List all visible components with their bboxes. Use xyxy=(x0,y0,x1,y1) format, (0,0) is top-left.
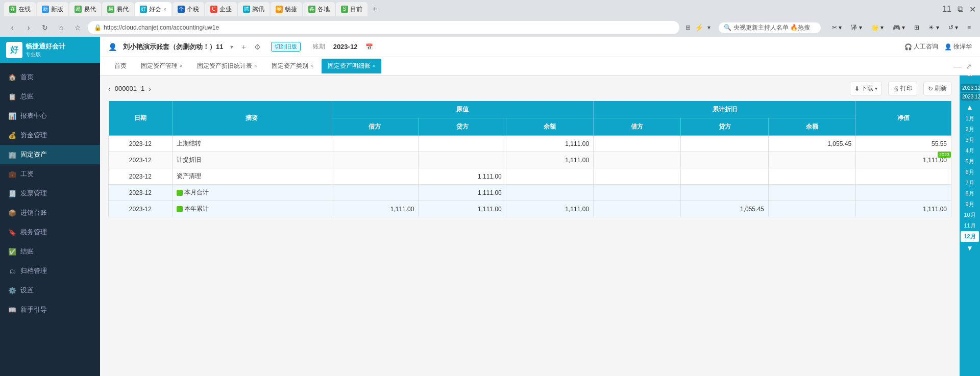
invoice-icon: 🧾 xyxy=(8,189,16,197)
cell-ov-debit xyxy=(331,168,419,185)
tab-fixed-asset-mgmt[interactable]: 固定资产管理 × xyxy=(135,59,189,73)
menu-btn[interactable]: ≡ xyxy=(964,23,974,32)
calendar-icon[interactable]: 📅 xyxy=(365,43,373,51)
period-month-10[interactable]: 10月 xyxy=(961,210,979,220)
scissors-btn[interactable]: ✂ ▾ xyxy=(829,23,845,32)
period-date-1[interactable]: 2023.12 xyxy=(961,84,979,92)
browser-tab-geshui[interactable]: 个 个税 xyxy=(173,2,204,16)
back-button[interactable]: ‹ xyxy=(6,21,18,34)
game-btn[interactable]: 🎮 ▾ xyxy=(890,23,908,32)
period-month-1[interactable]: 1月 xyxy=(961,113,979,124)
period-month-9[interactable]: 9月 xyxy=(961,199,979,210)
sidebar-item-funds[interactable]: 💰 资金管理 xyxy=(0,126,100,145)
cell-date: 2023-12 xyxy=(109,136,173,152)
sidebar-item-ledger[interactable]: 📋 总账 xyxy=(0,87,100,106)
sidebar-item-closing[interactable]: ✅ 结账 xyxy=(0,242,100,261)
bookmark-button[interactable]: ☆ xyxy=(71,21,84,34)
sidebar-item-guide[interactable]: 📖 新手引导 xyxy=(0,300,100,319)
tab-close-asset-category[interactable]: × xyxy=(310,63,313,69)
tab-home[interactable]: 首页 xyxy=(108,59,133,73)
sidebar-item-archive[interactable]: 🗂 归档管理 xyxy=(0,261,100,281)
browser-tab-yidai2[interactable]: 易 易代 xyxy=(102,2,134,16)
tab-add-button[interactable]: + xyxy=(369,5,381,14)
search-bar[interactable]: 🔍 央视更新主持人名单 🔥热搜 xyxy=(719,22,821,33)
switch-version-btn[interactable]: 切到旧版 xyxy=(271,42,301,52)
period-month-11[interactable]: 11月 xyxy=(961,220,979,231)
sidebar-item-settings[interactable]: ⚙️ 设置 xyxy=(0,281,100,300)
period-month-4[interactable]: 4月 xyxy=(961,145,979,156)
main-content: 👤 刘小艳演示账套（勿删勿动！）11 ▾ + ⚙ 切到旧版 账期 2023-12… xyxy=(100,37,980,376)
tab-close-fixed-asset-mgmt[interactable]: × xyxy=(180,63,183,69)
sidebar-item-reports[interactable]: 📊 报表中心 xyxy=(0,106,100,126)
sidebar-nav: 🏠 首页 📋 总账 📊 报表中心 💰 资金管理 🏢 固定资产 💼 工资 xyxy=(0,63,100,376)
tab-close-haohui[interactable]: × xyxy=(163,7,166,12)
sidebar-item-payroll[interactable]: 💼 工资 xyxy=(0,164,100,184)
top-bar: 👤 刘小艳演示账套（勿删勿动！）11 ▾ + ⚙ 切到旧版 账期 2023-12… xyxy=(100,37,980,57)
tab-close-asset-detail[interactable]: × xyxy=(373,63,376,69)
browser-tab-haohui[interactable]: 好 好会 × xyxy=(135,2,172,16)
sidebar-item-home[interactable]: 🏠 首页 xyxy=(0,67,100,87)
refresh-btn[interactable]: ↻ 刷新 xyxy=(923,82,951,95)
add-account-btn[interactable]: + xyxy=(241,43,246,51)
browser-restore[interactable]: ⧉ xyxy=(958,5,963,14)
sidebar-item-fixed-assets[interactable]: 🏢 固定资产 xyxy=(0,145,100,164)
tab-asset-category[interactable]: 固定资产类别 × xyxy=(265,59,320,73)
prev-page-btn[interactable]: ‹ xyxy=(108,85,111,93)
cell-net-value: 1,111.00 xyxy=(856,201,951,217)
brightness-btn[interactable]: ☀ ▾ xyxy=(925,23,942,32)
period-month-8[interactable]: 8月 xyxy=(961,188,979,199)
period-down-arrow[interactable]: ▼ xyxy=(964,242,975,254)
minimize-panel-btn[interactable]: — xyxy=(954,62,962,70)
history-btn[interactable]: ↺ ▾ xyxy=(945,23,961,32)
period-month-5[interactable]: 5月 xyxy=(961,156,979,167)
tab-icon-changjie: 畅 xyxy=(276,6,283,13)
browser-tab-muqian[interactable]: S 目前 xyxy=(336,2,368,16)
browser-tab-yidai1[interactable]: 易 易代 xyxy=(69,2,101,16)
browser-tab-gedi[interactable]: 各 各地 xyxy=(303,2,335,16)
translate-btn[interactable]: 译 ▾ xyxy=(848,22,865,33)
next-page-btn[interactable]: › xyxy=(149,85,151,93)
maximize-panel-btn[interactable]: ⤢ xyxy=(966,62,972,70)
cell-ad-debit xyxy=(594,136,681,152)
period-date-2[interactable]: 2023.12 xyxy=(961,93,979,101)
browser-close-btn[interactable]: ✕ xyxy=(969,5,976,14)
period-month-12[interactable]: 12月 xyxy=(961,231,979,242)
cell-summary: 本月合计 xyxy=(172,185,331,201)
address-bar-input[interactable]: 🔒 https://cloud.chanjet.com/accounting/u… xyxy=(88,21,679,34)
cell-ad-balance xyxy=(768,168,855,185)
browser-tab-qiye[interactable]: C 企业 xyxy=(205,2,237,16)
fixed-assets-icon: 🏢 xyxy=(8,151,16,159)
browser-tab-changjie[interactable]: 畅 畅捷 xyxy=(271,2,302,16)
period-up-arrow[interactable]: ▲ xyxy=(964,101,975,113)
period-month-7[interactable]: 7月 xyxy=(961,178,979,188)
browser-tab-zaix[interactable]: 在 在线 xyxy=(4,2,36,16)
settings-small-btn[interactable]: ⚙ xyxy=(254,43,261,51)
dropdown-icon[interactable]: ▾ xyxy=(707,24,710,31)
sidebar-item-invoice[interactable]: 🧾 发票管理 xyxy=(0,184,100,203)
sidebar-item-tax[interactable]: 🔖 税务管理 xyxy=(0,222,100,242)
period-month-6[interactable]: 6月 xyxy=(961,167,979,178)
browser-tab-tengxun[interactable]: 腾 腾讯 xyxy=(238,2,270,16)
summary-icon xyxy=(177,190,183,196)
ssl-icon: 🔒 xyxy=(94,24,102,31)
forward-button[interactable]: › xyxy=(22,21,35,34)
grid-btn[interactable]: ⊞ xyxy=(911,23,922,32)
browser-minimize[interactable]: 11 xyxy=(942,5,951,14)
period-month-2[interactable]: 2月 xyxy=(961,124,979,135)
guide-icon: 📖 xyxy=(8,306,16,314)
yearly-summary-icon xyxy=(177,206,183,212)
dropdown-arrow[interactable]: ▾ xyxy=(230,43,233,51)
period-month-3[interactable]: 3月 xyxy=(961,135,979,145)
home-button[interactable]: ⌂ xyxy=(55,21,67,34)
reload-button[interactable]: ↻ xyxy=(39,21,51,34)
sidebar-item-purchase[interactable]: 📦 进销台账 xyxy=(0,203,100,222)
wallet-btn[interactable]: 🌟 ▾ xyxy=(868,23,887,32)
customer-service-btn[interactable]: 🎧 人工咨询 xyxy=(904,42,938,51)
tab-close-depreciation-stats[interactable]: × xyxy=(254,63,257,69)
download-btn[interactable]: ⬇ 下载 ▾ xyxy=(850,82,882,95)
tab-asset-detail[interactable]: 固定资产明细账 × xyxy=(322,59,382,73)
tab-depreciation-stats[interactable]: 固定资产折旧统计表 × xyxy=(191,59,263,73)
user-profile-btn[interactable]: 👤 徐泽华 xyxy=(944,42,972,51)
browser-tab-xinban[interactable]: 新 新版 xyxy=(37,2,68,16)
print-btn[interactable]: 🖨 打印 xyxy=(888,82,917,95)
